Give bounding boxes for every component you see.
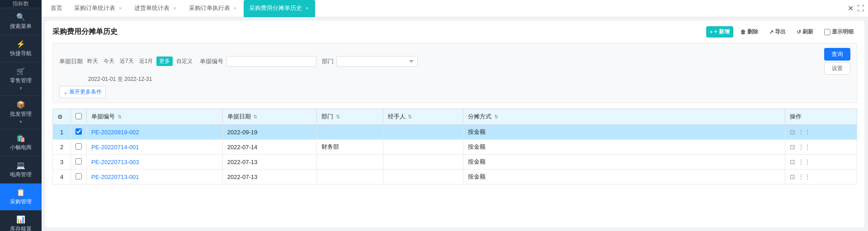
row-check-3[interactable] [71, 170, 87, 184]
sidebar-item-wholesale[interactable]: 📦 批发管理 ▼ [0, 96, 42, 129]
sidebar-item-inventory-label: 库存核算 [10, 225, 32, 231]
tab-purchase-cost-history-close[interactable]: × [305, 5, 309, 12]
tab-home[interactable]: 首页 [45, 0, 68, 17]
tab-purchase-order-stat-close[interactable]: × [118, 5, 123, 12]
row-check-0[interactable] [71, 125, 87, 140]
ecommerce-icon: 💻 [16, 161, 25, 170]
display-button[interactable]: 显示明细 [821, 26, 857, 38]
row-doc-no-link-0[interactable]: PE-20220919-002 [91, 129, 139, 136]
row-doc-no-link-2[interactable]: PE-20220713-003 [91, 159, 139, 165]
refresh-label: 刷新 [802, 28, 813, 36]
delete-button[interactable]: 🗑 删除 [737, 26, 762, 38]
row-more-icon-3[interactable]: ⋮⋮ [798, 173, 811, 180]
sidebar-item-mini-shop[interactable]: 🛍️ 小畅电商 [0, 129, 42, 156]
tab-purchase-order-exec-close[interactable]: × [233, 5, 237, 12]
date-btn-yesterday[interactable]: 昨天 [85, 57, 100, 66]
display-checkbox[interactable] [824, 29, 830, 35]
sidebar: 指标数 🔍 搜索菜单 ⚡ 快捷导航 🛒 零售管理 ▼ 📦 批发管理 ▼ 🛍️ 小… [0, 0, 42, 231]
row-checkbox-2[interactable] [75, 158, 82, 165]
date-btn-today[interactable]: 今天 [102, 57, 116, 66]
table-col-dept[interactable]: 部门 ⇅ [317, 109, 383, 125]
tab-purchase-goods-stat-label: 进货单统计表 [134, 4, 170, 12]
table-col-settings[interactable]: ⚙ [53, 109, 71, 125]
tab-purchase-order-stat[interactable]: 采购订单统计表 × [69, 0, 128, 17]
expand-down-icon: ⌄ [63, 89, 68, 95]
data-table: ⚙ 单据编号 ⇅ 单据日期 ⇅ 部门 ⇅ [52, 108, 857, 184]
tab-bar: 首页 采购订单统计表 × 进货单统计表 × 采购订单执行表 × 采购费用分摊单历… [42, 0, 868, 17]
export-icon: ↗ [769, 29, 774, 35]
date-btn-1month[interactable]: 近1月 [137, 57, 155, 66]
row-more-icon-1[interactable]: ⋮⋮ [798, 143, 811, 151]
expand-more-btn[interactable]: ⌄ 展开更多条件 [59, 86, 106, 98]
sidebar-item-ecommerce[interactable]: 💻 电商管理 [0, 156, 42, 184]
set-button[interactable]: 设置 [824, 62, 850, 75]
tab-purchase-goods-stat-close[interactable]: × [172, 5, 177, 12]
table-check-all[interactable] [75, 113, 82, 119]
table-col-dept-label: 部门 [321, 113, 333, 120]
table-col-handler[interactable]: 经手人 ⇅ [383, 109, 463, 125]
tab-purchase-order-exec[interactable]: 采购订单执行表 × [184, 0, 243, 17]
sidebar-item-search-label: 搜索菜单 [10, 23, 32, 30]
row-actions-1: ⊡ ⋮⋮ [785, 140, 857, 155]
date-filter-label: 单据日期 [59, 57, 83, 66]
table-header-row: ⚙ 单据编号 ⇅ 单据日期 ⇅ 部门 ⇅ [53, 109, 857, 125]
export-button[interactable]: ↗ 导出 [765, 26, 789, 38]
row-dept-1: 财务部 [317, 140, 383, 155]
doc-no-input[interactable] [226, 56, 316, 67]
row-view-icon-3[interactable]: ⊡ [790, 173, 795, 180]
sidebar-item-quick-nav[interactable]: ⚡ 快捷导航 [0, 35, 42, 62]
quick-nav-icon: ⚡ [16, 40, 25, 48]
wholesale-arrow-icon: ▼ [19, 119, 23, 124]
retail-arrow-icon: ▼ [19, 86, 23, 91]
row-checkbox-0[interactable] [75, 128, 82, 135]
table-col-split-method[interactable]: 分摊方式 ⇅ [463, 109, 785, 125]
doc-date-sort-icon: ⇅ [253, 114, 257, 119]
row-checkbox-3[interactable] [75, 173, 82, 179]
handler-sort-icon: ⇅ [408, 114, 412, 119]
tab-maximize-icon[interactable]: ⛶ [857, 5, 864, 13]
sidebar-item-purchase[interactable]: 📋 采购管理 [0, 184, 42, 211]
sidebar-item-mini-shop-label: 小畅电商 [10, 144, 32, 151]
query-button[interactable]: 查询 [824, 48, 850, 61]
row-view-icon-1[interactable]: ⊡ [790, 143, 795, 151]
sidebar-item-retail[interactable]: 🛒 零售管理 ▼ [0, 62, 42, 96]
doc-no-filter-field: 单据编号 [200, 56, 316, 67]
row-doc-no-link-1[interactable]: PE-20220714-001 [91, 144, 139, 151]
table-col-doc-date[interactable]: 单据日期 ⇅ [222, 109, 316, 125]
tab-bar-actions: ✕ ⛶ [848, 4, 864, 13]
table-col-check [71, 109, 87, 125]
row-more-icon-2[interactable]: ⋮⋮ [798, 158, 811, 165]
tab-purchase-cost-history[interactable]: 采购费用分摊单历史 × [244, 0, 315, 17]
row-split-method-0: 按金额 [463, 125, 785, 140]
tab-purchase-order-exec-label: 采购订单执行表 [189, 4, 230, 12]
date-btn-more[interactable]: 更多 [156, 57, 173, 66]
table-row: 2 PE-20220714-001 2022-07-14 财务部 按金额 ⊡ ⋮… [53, 140, 857, 155]
row-check-1[interactable] [71, 140, 87, 155]
row-check-2[interactable] [71, 155, 87, 170]
row-view-icon-2[interactable]: ⊡ [790, 158, 795, 165]
row-more-icon-0[interactable]: ⋮⋮ [798, 128, 811, 136]
date-btn-custom[interactable]: 自定义 [175, 57, 194, 66]
doc-no-filter-label: 单据编号 [200, 57, 223, 66]
row-checkbox-1[interactable] [75, 143, 82, 150]
row-doc-no-link-3[interactable]: PE-20220713-001 [91, 174, 139, 180]
row-split-method-1: 按金额 [463, 140, 785, 155]
add-button[interactable]: + + 新增 [706, 26, 733, 38]
dept-select[interactable]: 财务部 [336, 56, 418, 67]
sidebar-item-search[interactable]: 🔍 搜索菜单 [0, 8, 42, 35]
table-col-doc-no[interactable]: 单据编号 ⇅ [87, 109, 223, 125]
split-method-sort-icon: ⇅ [494, 114, 498, 119]
refresh-button[interactable]: ↺ 刷新 [793, 26, 817, 38]
row-doc-no-0: PE-20220919-002 [87, 125, 223, 140]
row-doc-no-2: PE-20220713-003 [87, 155, 223, 170]
row-doc-no-1: PE-20220714-001 [87, 140, 223, 155]
tab-close-all-icon[interactable]: ✕ [848, 4, 854, 13]
table-body: 1 PE-20220919-002 2022-09-19 按金额 ⊡ ⋮⋮ 2 [53, 125, 857, 184]
row-view-icon-0[interactable]: ⊡ [790, 128, 795, 136]
date-btn-7days[interactable]: 近7天 [118, 57, 136, 66]
display-label: 显示明细 [832, 28, 854, 36]
add-icon: + [710, 29, 713, 35]
sidebar-item-inventory[interactable]: 📊 库存核算 [0, 211, 42, 231]
row-doc-date-0: 2022-09-19 [222, 125, 316, 140]
tab-purchase-goods-stat[interactable]: 进货单统计表 × [129, 0, 182, 17]
